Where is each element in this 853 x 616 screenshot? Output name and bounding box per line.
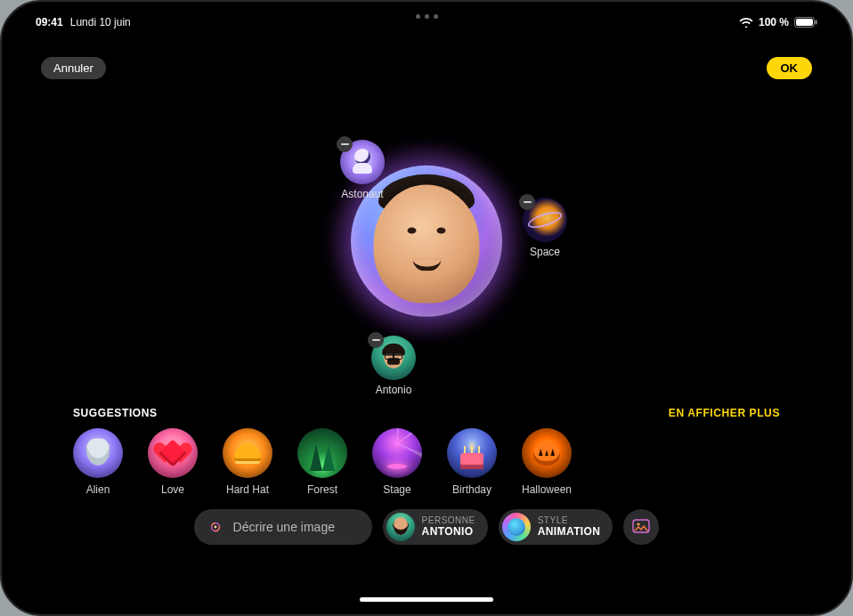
status-date: Lundi 10 juin: [70, 16, 131, 28]
describe-placeholder: Décrire une image: [233, 520, 335, 534]
concept-tag-label: Astonaut: [340, 188, 385, 200]
suggestion-label: Forest: [297, 483, 347, 496]
suggestion-stage[interactable]: Stage: [372, 428, 422, 496]
status-battery-pct: 100 %: [759, 16, 789, 28]
concept-tag-antonio[interactable]: Antonio: [371, 336, 416, 396]
ok-button[interactable]: OK: [767, 57, 813, 79]
svg-point-7: [638, 523, 640, 525]
alien-icon: [73, 428, 123, 478]
concept-tag-label: Antonio: [371, 384, 416, 396]
status-time: 09:41: [36, 16, 63, 28]
svg-rect-2: [816, 20, 817, 25]
suggestions-row: Alien Love Hard Hat Forest Stage Birthda…: [73, 428, 780, 496]
suggestions-show-more[interactable]: En afficher plus: [669, 407, 780, 419]
hard-hat-icon: [223, 428, 272, 478]
heart-icon: [148, 428, 198, 478]
concept-tag-label: Space: [523, 246, 567, 258]
suggestion-label: Stage: [372, 483, 422, 496]
concept-tag-space[interactable]: Space: [523, 198, 567, 258]
photo-icon: [632, 519, 650, 535]
suggestion-label: Birthday: [447, 483, 497, 496]
wifi-icon: [739, 17, 753, 28]
composer-bar: Décrire une image Personne Antonio Style…: [2, 509, 851, 545]
suggestion-label: Love: [148, 483, 198, 496]
suggestion-halloween[interactable]: Halloween: [522, 428, 572, 496]
sparkle-icon: [207, 518, 224, 536]
suggestions-section: Suggestions En afficher plus Alien Love …: [2, 407, 851, 496]
describe-input[interactable]: Décrire une image: [194, 509, 372, 545]
style-chip-value: Animation: [538, 526, 601, 538]
remove-tag-button[interactable]: [337, 136, 353, 152]
pumpkin-icon: [522, 428, 572, 478]
remove-tag-button[interactable]: [519, 194, 535, 210]
suggestion-forest[interactable]: Forest: [297, 428, 347, 496]
style-avatar-icon: [502, 513, 531, 541]
ipad-frame: 09:41 Lundi 10 juin 100 % Annuler OK: [0, 0, 853, 616]
svg-rect-1: [796, 19, 813, 26]
style-chip[interactable]: Style Animation: [499, 509, 613, 545]
suggestion-label: Halloween: [522, 483, 572, 496]
home-indicator[interactable]: [360, 597, 493, 602]
suggestion-label: Alien: [73, 483, 123, 496]
suggestion-label: Hard Hat: [223, 483, 272, 496]
birthday-icon: [447, 428, 497, 478]
forest-icon: [297, 428, 347, 478]
suggestion-love[interactable]: Love: [148, 428, 198, 496]
suggestion-alien[interactable]: Alien: [73, 428, 123, 496]
suggestions-title: Suggestions: [73, 407, 158, 419]
remove-tag-button[interactable]: [368, 332, 384, 348]
multitask-indicator[interactable]: [413, 14, 440, 23]
suggestion-hard-hat[interactable]: Hard Hat: [223, 428, 272, 496]
suggestion-birthday[interactable]: Birthday: [447, 428, 497, 496]
composition-canvas[interactable]: Astonaut Space Antonio: [2, 91, 851, 409]
person-chip-value: Antonio: [422, 526, 475, 538]
stage-icon: [372, 428, 422, 478]
person-avatar-icon: [386, 513, 415, 541]
cancel-button[interactable]: Annuler: [41, 57, 106, 79]
concept-tag-astronaut[interactable]: Astonaut: [340, 140, 385, 200]
svg-point-5: [214, 526, 216, 529]
person-chip[interactable]: Personne Antonio: [383, 509, 488, 545]
battery-icon: [794, 17, 817, 28]
photo-picker-button[interactable]: [623, 509, 659, 545]
